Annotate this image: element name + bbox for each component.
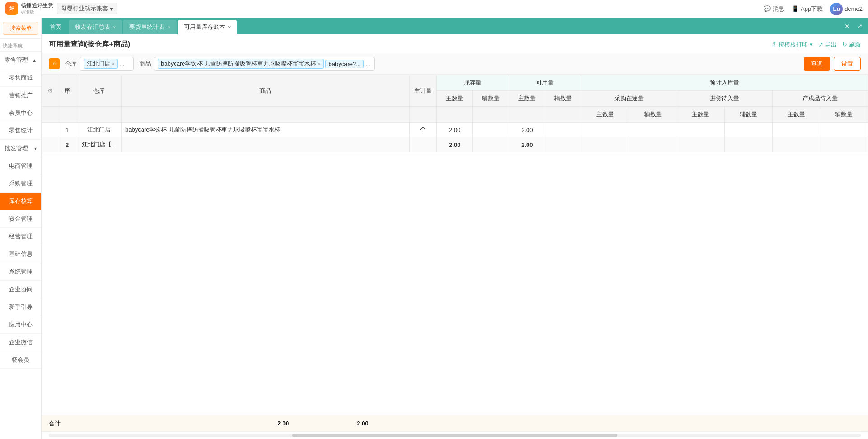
- message-action[interactable]: 💬 消息: [764, 5, 784, 13]
- sidebar-item-basics[interactable]: 基础信息: [0, 245, 41, 263]
- cell-gear: [42, 137, 58, 152]
- scroll-thumb[interactable]: [292, 434, 617, 437]
- cell-incoming-main: [677, 123, 725, 137]
- industry-selector[interactable]: 母婴行业演示账套 ▾: [57, 3, 117, 14]
- sidebar-item-enterprise[interactable]: 企业协同: [0, 281, 41, 298]
- logo-text-area: 畅捷通好生意 标准版: [21, 2, 53, 15]
- message-label: 消息: [773, 5, 784, 13]
- product-tag-2-text: babycare?...: [329, 61, 361, 67]
- maximize-btn[interactable]: ⤢: [855, 23, 864, 30]
- sidebar-item-member[interactable]: 会员中心: [0, 104, 41, 122]
- sidebar-item-newbie[interactable]: 新手引导: [0, 298, 41, 316]
- sidebar-item-ecommerce[interactable]: 电商管理: [0, 157, 41, 175]
- page-actions: 🖨 按模板打印 ▾ ↗ 导出 ↻ 刷新: [771, 41, 861, 49]
- sidebar-item-label: 会员中心: [9, 109, 33, 117]
- cell-product: [122, 137, 410, 152]
- download-action[interactable]: 📱 App下载: [792, 5, 823, 13]
- cell-avail-aux: [545, 123, 581, 137]
- search-menu-button[interactable]: 搜索菜单: [3, 22, 38, 35]
- tab-receipt-summary[interactable]: 收发存汇总表 ×: [69, 20, 122, 34]
- horizontal-scrollbar[interactable]: [49, 434, 861, 437]
- sidebar-item-vip[interactable]: 畅会员: [0, 351, 41, 369]
- sidebar-item-inventory[interactable]: 库存核算: [0, 193, 41, 210]
- th-available: 可用量: [509, 75, 581, 91]
- tab-home-label: 首页: [50, 23, 61, 31]
- tab-order-stats-close[interactable]: ×: [167, 24, 170, 30]
- print-icon: 🖨: [771, 41, 777, 48]
- th-gear[interactable]: ⚙: [42, 75, 58, 107]
- th-no: 序: [58, 75, 76, 107]
- query-button[interactable]: 查询: [804, 57, 830, 71]
- th-finished-main: 主数量: [772, 107, 820, 123]
- sidebar-item-finance[interactable]: 资金管理: [0, 210, 41, 228]
- sidebar-item-system[interactable]: 系统管理: [0, 263, 41, 281]
- sidebar-item-retail-stats[interactable]: 零售统计: [0, 122, 41, 140]
- th-sub-no: [58, 107, 76, 123]
- chevron-up-icon: ▲: [32, 58, 37, 63]
- sidebar-item-marketing[interactable]: 营销推广: [0, 87, 41, 104]
- sidebar-item-app-center[interactable]: 应用中心: [0, 316, 41, 334]
- warehouse-tag-remove[interactable]: ×: [112, 61, 114, 66]
- user-profile[interactable]: Ea demo2: [830, 3, 863, 15]
- sidebar-item-label: 基础信息: [9, 250, 33, 258]
- product-tag-1-remove[interactable]: ×: [317, 61, 320, 66]
- tab-available-ledger[interactable]: 可用量库存账本 ×: [178, 20, 237, 34]
- logo-area: 好 畅捷通好生意 标准版: [5, 2, 53, 15]
- th-avail-main: 主数量: [509, 91, 545, 107]
- footer-stock-total: 2.00: [278, 420, 289, 427]
- message-icon: 💬: [764, 5, 771, 12]
- sidebar-item-label: 批发管理: [5, 144, 28, 152]
- product-filter-more[interactable]: ...: [366, 61, 371, 67]
- sidebar-item-operations[interactable]: 经营管理: [0, 228, 41, 245]
- sidebar-item-wholesale[interactable]: 批发管理 ▾: [0, 140, 41, 157]
- tab-order-stats[interactable]: 要货单统计表 ×: [123, 20, 176, 34]
- sidebar-item-label: 畅会员: [12, 356, 29, 364]
- cell-purchase-aux: [629, 137, 677, 152]
- sidebar-item-purchase[interactable]: 采购管理: [0, 175, 41, 193]
- refresh-icon: ↻: [842, 41, 847, 48]
- close-window-btn[interactable]: ✕: [843, 23, 852, 30]
- column-settings-icon[interactable]: ⚙: [47, 87, 53, 94]
- th-expected-in: 预计入库量: [581, 75, 868, 91]
- tab-home[interactable]: 首页: [43, 20, 68, 34]
- refresh-btn[interactable]: ↻ 刷新: [842, 41, 861, 49]
- tab-available-ledger-close[interactable]: ×: [228, 24, 231, 30]
- cell-avail-main: 2.00: [509, 137, 545, 152]
- avatar: Ea: [830, 3, 843, 15]
- refresh-label: 刷新: [849, 41, 861, 49]
- export-btn[interactable]: ↗ 导出: [818, 41, 837, 49]
- th-incoming-pending: 进货待入量: [677, 91, 772, 107]
- sidebar-item-wechat[interactable]: 企业微信: [0, 334, 41, 351]
- th-warehouse: 仓库: [76, 75, 122, 107]
- cell-stock-aux: [473, 123, 509, 137]
- sidebar-item-retail-mgmt[interactable]: 零售管理 ▲: [0, 52, 41, 69]
- footer-bar: 合计 2.00 2.00: [42, 415, 868, 431]
- warehouse-filter-more[interactable]: ...: [119, 61, 124, 67]
- warehouse-tag: 江北门店 ×: [84, 59, 118, 69]
- page-content: 可用量查询(按仓库+商品) 🖨 按模板打印 ▾ ↗ 导出 ↻ 刷新: [42, 34, 868, 439]
- warehouse-filter-label: 仓库: [65, 60, 77, 68]
- industry-label: 母婴行业演示账套: [61, 5, 108, 13]
- avatar-initials: Ea: [833, 5, 840, 12]
- content-area: 首页 收发存汇总表 × 要货单统计表 × 可用量库存账本 × ✕ ⤢: [42, 18, 868, 439]
- cell-stock-main: 2.00: [437, 137, 473, 152]
- data-table: ⚙ 序 仓库 商品 主计量 现存量 可用量 预计入库量 主数量 辅: [42, 75, 868, 152]
- warehouse-filter-tags[interactable]: 江北门店 × ...: [80, 57, 134, 71]
- th-sub-warehouse: [76, 107, 122, 123]
- print-label: 按模板打印: [778, 41, 808, 49]
- sidebar-item-label: 零售管理: [5, 56, 28, 64]
- cell-product: babycare学饮杯 儿童防摔防撞吸管杯重力球吸嘴杯宝宝水杯: [122, 123, 410, 137]
- product-filter-group: 商品 babycare学饮杯 儿童防摔防撞吸管杯重力球吸嘴杯宝宝水杯 × bab…: [139, 57, 375, 71]
- footer-avail-total: 2.00: [357, 420, 368, 427]
- product-filter-tags[interactable]: babycare学饮杯 儿童防摔防撞吸管杯重力球吸嘴杯宝宝水杯 × babyca…: [154, 57, 375, 71]
- settings-button[interactable]: 设置: [834, 57, 861, 71]
- page-header: 可用量查询(按仓库+商品) 🖨 按模板打印 ▾ ↗ 导出 ↻ 刷新: [42, 34, 868, 53]
- expand-filter-btn[interactable]: »: [49, 58, 60, 69]
- sidebar-item-label: 零售统计: [9, 127, 33, 135]
- sidebar-item-label: 经营管理: [9, 232, 33, 241]
- sidebar-search-area: 搜索菜单: [0, 18, 41, 39]
- filter-bar: » 仓库 江北门店 × ... 商品 babycare: [42, 53, 868, 75]
- print-template-btn[interactable]: 🖨 按模板打印 ▾: [771, 41, 813, 49]
- tab-receipt-summary-close[interactable]: ×: [113, 24, 116, 30]
- sidebar-item-retail-store[interactable]: 零售商城: [0, 69, 41, 87]
